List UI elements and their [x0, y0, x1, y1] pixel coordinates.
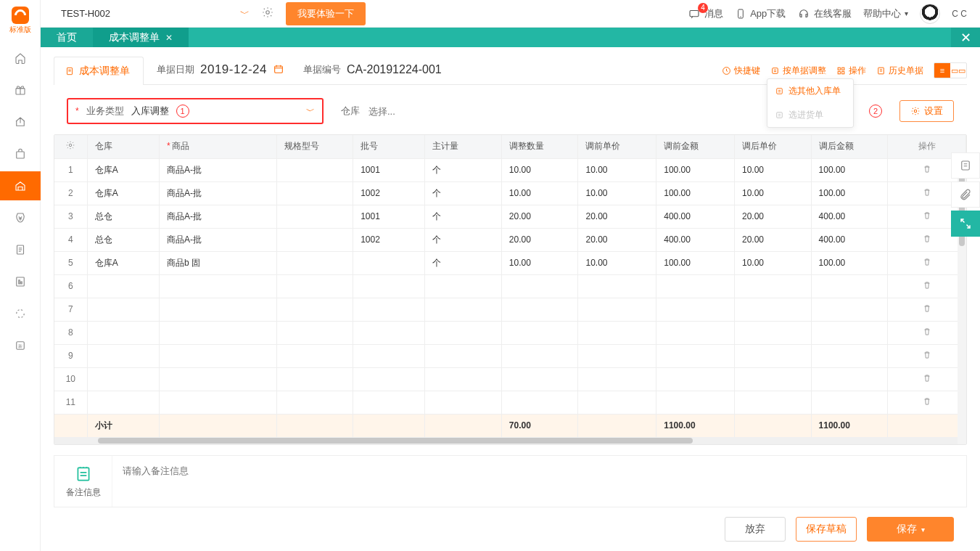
close-icon[interactable]: ✕ [165, 33, 173, 43]
table-row[interactable]: 8 [54, 321, 966, 344]
delete-row[interactable] [888, 391, 966, 414]
svg-rect-1 [16, 152, 24, 158]
by-bill-dropdown: 选其他入库单 选进货单 [767, 78, 854, 128]
nav-report[interactable] [0, 267, 41, 296]
table-row[interactable]: 10 [54, 367, 966, 391]
callout-2: 2 [869, 105, 882, 118]
app-download-link[interactable]: App下载 [735, 7, 786, 20]
col-bp[interactable]: 调前单价 [578, 135, 656, 158]
table-row[interactable]: 1仓库A商品A-批1001个10.0010.00100.0010.00100.0… [54, 158, 966, 181]
nav-bag[interactable] [0, 139, 41, 168]
tabs-close-all[interactable]: ✕ [951, 28, 980, 47]
nav-loop[interactable] [0, 299, 41, 328]
note-icon [74, 465, 93, 483]
subtotal-qty: 70.00 [501, 414, 578, 437]
save-draft-button[interactable]: 保存草稿 [796, 517, 857, 542]
nav-upload[interactable] [0, 107, 41, 136]
col-spec[interactable]: 规格型号 [276, 135, 353, 158]
list-view-icon[interactable]: ≡ [934, 63, 950, 78]
delete-row[interactable] [888, 321, 966, 344]
save-button[interactable]: 保存▾ [867, 517, 954, 542]
col-product[interactable]: 商品 [159, 135, 276, 158]
svg-point-20 [914, 110, 917, 113]
gear-icon [910, 106, 921, 116]
calendar-icon[interactable] [273, 63, 284, 77]
col-aa[interactable]: 调后金额 [811, 135, 888, 158]
remark-title: 备注信息 [66, 486, 101, 499]
code-label: 单据编号 [303, 63, 341, 76]
table-row[interactable]: 4总仓商品A-批1002个20.0020.00400.0020.00400.00 [54, 228, 966, 251]
col-ba[interactable]: 调前金额 [656, 135, 735, 158]
tab-cost-adjust[interactable]: 成本调整单✕ [93, 28, 189, 47]
table-row[interactable]: 3总仓商品A-批1001个20.0020.00400.0020.00400.00 [54, 205, 966, 228]
shortcut-action[interactable]: 快捷键 [722, 65, 760, 77]
delete-row[interactable] [888, 251, 966, 274]
table-row[interactable]: 11 [54, 391, 966, 414]
col-qty[interactable]: 调整数量 [501, 135, 578, 158]
delete-row[interactable] [888, 344, 966, 367]
rail-expand[interactable] [951, 211, 980, 237]
nav-warehouse[interactable] [0, 171, 41, 200]
date-value[interactable]: 2019-12-24 [200, 62, 267, 77]
remark-section: 备注信息 [54, 455, 967, 507]
remark-input[interactable] [112, 456, 966, 507]
col-gear[interactable] [54, 135, 87, 158]
svg-rect-10 [275, 66, 283, 73]
settings-button[interactable]: 设置 [899, 100, 954, 122]
horizontal-scrollbar[interactable] [54, 437, 966, 444]
svg-rect-17 [878, 68, 884, 74]
nav-home[interactable] [0, 44, 41, 73]
chevron-down-icon: ﹀ [306, 105, 315, 118]
delete-row[interactable] [888, 298, 966, 321]
dropdown-purchase[interactable]: 选进货单 [767, 103, 853, 127]
org-selector[interactable]: TEST-H002 ﹀ [61, 7, 250, 20]
help-link[interactable]: 帮助中心 ▾ [863, 7, 908, 20]
rail-attach[interactable] [951, 181, 980, 208]
by-bill-action[interactable]: 按单据调整 [770, 65, 826, 77]
grid-view-icon[interactable]: ▭▭ [950, 63, 966, 78]
delete-row[interactable] [888, 367, 966, 391]
customer-service-link[interactable]: 在线客服 [797, 7, 852, 20]
delete-row[interactable] [888, 274, 966, 298]
svg-point-6 [266, 11, 270, 15]
doc-type-tab[interactable]: 成本调整单 [54, 57, 144, 85]
warehouse-input[interactable] [368, 106, 499, 117]
message-icon [688, 7, 701, 20]
avatar[interactable] [920, 4, 940, 24]
ops-action[interactable]: 操作 [836, 65, 866, 77]
tab-home[interactable]: 首页 [41, 28, 93, 47]
topbar: TEST-H002 ﹀ 我要体验一下 消息 App下载 在线客服 帮助中心 [41, 0, 980, 28]
try-button[interactable]: 我要体验一下 [286, 2, 366, 25]
view-toggle[interactable]: ≡ ▭▭ [934, 62, 967, 78]
col-batch[interactable]: 批号 [353, 135, 425, 158]
nav-money[interactable] [0, 203, 41, 232]
table-row[interactable]: 2仓库A商品A-批1002个10.0010.00100.0010.00100.0… [54, 181, 966, 205]
subtotal-label: 小计 [87, 414, 159, 437]
table-row[interactable]: 9 [54, 344, 966, 367]
nav-gift[interactable] [0, 75, 41, 105]
tabs-strip: 首页 成本调整单✕ ✕ [41, 28, 980, 47]
rail-note[interactable] [951, 152, 980, 179]
discard-button[interactable]: 放弃 [725, 517, 786, 542]
messages-link[interactable]: 消息 [688, 7, 723, 20]
history-action[interactable]: 历史单据 [876, 65, 923, 77]
nav-new[interactable]: 新 [0, 331, 41, 360]
nav-doc[interactable] [0, 235, 41, 264]
col-warehouse[interactable]: 仓库 [87, 135, 159, 158]
table-row[interactable]: 5仓库A商品b 固个10.0010.00100.0010.00100.00 [54, 251, 966, 274]
subtotal-ba: 1100.00 [656, 414, 735, 437]
right-rail [951, 152, 980, 237]
svg-rect-3 [16, 277, 24, 286]
dropdown-other-in[interactable]: 选其他入库单 [767, 79, 853, 103]
col-ap[interactable]: 调后单价 [734, 135, 811, 158]
table-row[interactable]: 7 [54, 298, 966, 321]
gear-icon[interactable] [261, 6, 274, 21]
business-type-select[interactable]: * 业务类型 入库调整 1 ﹀ [67, 98, 324, 124]
chevron-down-icon: ▾ [905, 9, 908, 17]
phone-icon [735, 7, 746, 20]
svg-rect-16 [842, 71, 844, 73]
left-sidebar: 标准版 新 [0, 0, 41, 551]
table-row[interactable]: 6 [54, 274, 966, 298]
svg-rect-12 [773, 68, 778, 73]
col-unit[interactable]: 主计量 [425, 135, 502, 158]
